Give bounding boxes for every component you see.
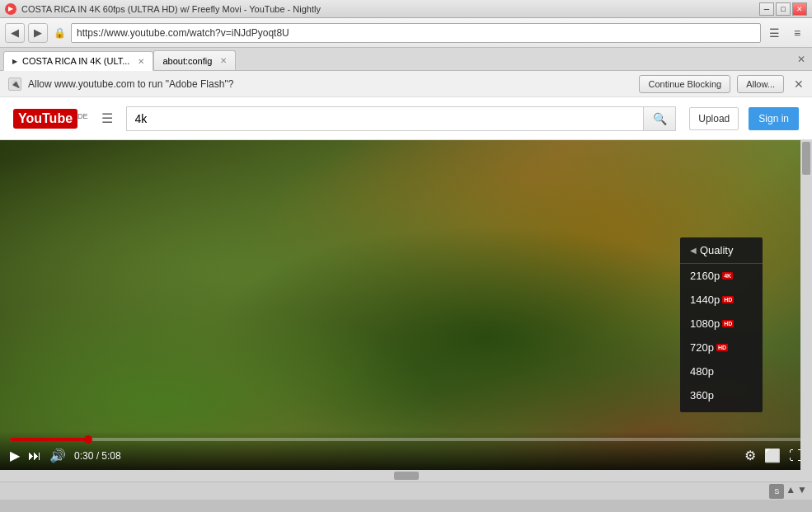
video-controls-bar: ▶ ⏭ 🔊 0:30 / 5:08 ⚙ ⬜ ⛶ bbox=[0, 431, 812, 470]
nav-bar: ◀ ▶ 🔒 ☰ ≡ bbox=[0, 18, 812, 48]
tab-playing-icon: ▶ bbox=[12, 58, 17, 65]
settings-button[interactable]: ⚙ bbox=[744, 448, 756, 463]
address-bar[interactable] bbox=[71, 23, 761, 43]
quality-1080p-label: 1080p bbox=[690, 317, 720, 330]
continue-blocking-button[interactable]: Continue Blocking bbox=[639, 75, 730, 93]
quality-720p-hd-badge: HD bbox=[716, 344, 728, 351]
scroll-track bbox=[12, 472, 800, 480]
youtube-header-right: Upload Sign in bbox=[689, 107, 799, 130]
quality-360p[interactable]: 360p bbox=[680, 383, 763, 407]
quality-menu: ◀ Quality 2160p 4K 1440p HD 1080p HD 720… bbox=[680, 237, 763, 412]
flash-notification-bar: 🔌 Allow www.youtube.com to run "Adobe Fl… bbox=[0, 71, 812, 97]
close-all-tabs-button[interactable]: ✕ bbox=[794, 54, 809, 65]
play-button[interactable]: ▶ bbox=[10, 448, 20, 463]
tabs-bar: ▶ COSTA RICA IN 4K (ULT... ✕ about:confi… bbox=[0, 48, 812, 71]
scrollbar-thumb[interactable] bbox=[802, 142, 810, 175]
quality-options-list[interactable]: 2160p 4K 1440p HD 1080p HD 720p HD 480p bbox=[680, 264, 763, 412]
tab-about-config-label: about:config bbox=[162, 56, 212, 66]
window-title: COSTA RICA IN 4K 60fps (ULTRA HD) w/ Fre… bbox=[21, 4, 321, 14]
tab-about-config-close[interactable]: ✕ bbox=[220, 56, 227, 65]
title-bar: ▶ COSTA RICA IN 4K 60fps (ULTRA HD) w/ F… bbox=[0, 0, 812, 18]
reader-view-button[interactable]: ☰ bbox=[764, 23, 784, 43]
youtube-search-input[interactable] bbox=[126, 106, 644, 131]
horizontal-scroll-thumb[interactable] bbox=[394, 472, 419, 480]
youtube-search-container: 🔍 bbox=[126, 106, 677, 131]
youtube-menu-icon[interactable]: ☰ bbox=[101, 110, 113, 126]
main-content: ◀ Quality 2160p 4K 1440p HD 1080p HD 720… bbox=[0, 140, 812, 481]
maximize-button[interactable]: □ bbox=[776, 2, 791, 16]
progress-fill bbox=[10, 438, 88, 441]
tab-youtube-label: COSTA RICA IN 4K (ULT... bbox=[22, 56, 129, 66]
scroll-up-button[interactable]: ▲ bbox=[786, 484, 796, 499]
flash-close-button[interactable]: ✕ bbox=[794, 78, 804, 91]
lock-icon: 🔒 bbox=[51, 25, 68, 41]
quality-1080p-hd-badge: HD bbox=[722, 320, 734, 327]
close-button[interactable]: ✕ bbox=[792, 2, 807, 16]
quality-240p[interactable]: 240p bbox=[680, 407, 763, 412]
quality-2160p-label: 2160p bbox=[690, 270, 720, 282]
quality-480p[interactable]: 480p bbox=[680, 359, 763, 383]
tab-about-config[interactable]: about:config ✕ bbox=[153, 50, 236, 70]
time-display: 0:30 / 5:08 bbox=[74, 450, 121, 462]
quality-1440p-label: 1440p bbox=[690, 294, 720, 306]
youtube-logo-you: YouTube bbox=[13, 109, 77, 129]
quality-480p-label: 480p bbox=[690, 365, 714, 378]
quality-1080p[interactable]: 1080p HD bbox=[680, 312, 763, 336]
quality-4k-badge: 4K bbox=[722, 272, 733, 279]
right-scrollbar[interactable] bbox=[800, 140, 812, 470]
quality-1440p[interactable]: 1440p HD bbox=[680, 288, 763, 312]
bottom-scrollbar[interactable] bbox=[0, 470, 812, 481]
youtube-search-button[interactable]: 🔍 bbox=[643, 106, 676, 131]
browser-menu-button[interactable]: ≡ bbox=[787, 23, 807, 43]
theater-button[interactable]: ⬜ bbox=[764, 448, 781, 463]
flash-plugin-icon: 🔌 bbox=[8, 78, 21, 91]
youtube-upload-button[interactable]: Upload bbox=[689, 107, 739, 130]
quality-720p-label: 720p bbox=[690, 341, 714, 354]
quality-720p[interactable]: 720p HD bbox=[680, 336, 763, 359]
quality-360p-label: 360p bbox=[690, 389, 714, 402]
progress-bar[interactable] bbox=[10, 438, 802, 441]
quality-2160p[interactable]: 2160p 4K bbox=[680, 264, 763, 288]
skip-button[interactable]: ⏭ bbox=[28, 449, 41, 463]
title-bar-left: ▶ COSTA RICA IN 4K 60fps (ULTRA HD) w/ F… bbox=[5, 3, 321, 15]
volume-button[interactable]: 🔊 bbox=[49, 448, 66, 463]
flash-message: Allow www.youtube.com to run "Adobe Flas… bbox=[28, 78, 632, 90]
status-shield-icon[interactable]: S bbox=[769, 484, 784, 499]
youtube-logo: YouTube DE bbox=[13, 109, 88, 129]
quality-menu-header: ◀ Quality bbox=[680, 237, 763, 264]
forward-button[interactable]: ▶ bbox=[28, 23, 48, 43]
minimize-button[interactable]: ─ bbox=[759, 2, 774, 16]
quality-menu-title: Quality bbox=[700, 244, 733, 256]
back-button[interactable]: ◀ bbox=[5, 23, 25, 43]
quality-back-icon: ◀ bbox=[690, 246, 697, 255]
youtube-header: YouTube DE ☰ 🔍 Upload Sign in bbox=[0, 97, 812, 140]
tab-youtube[interactable]: ▶ COSTA RICA IN 4K (ULT... ✕ bbox=[3, 51, 153, 71]
video-container[interactable]: ◀ Quality 2160p 4K 1440p HD 1080p HD 720… bbox=[0, 140, 812, 470]
status-bar: S ▲ ▼ bbox=[0, 481, 812, 500]
progress-handle[interactable] bbox=[84, 435, 92, 444]
youtube-locale: DE bbox=[77, 112, 88, 120]
controls-row: ▶ ⏭ 🔊 0:30 / 5:08 ⚙ ⬜ ⛶ bbox=[10, 448, 802, 463]
scroll-down-button[interactable]: ▼ bbox=[797, 484, 807, 499]
browser-icon: ▶ bbox=[5, 3, 16, 15]
youtube-signin-button[interactable]: Sign in bbox=[749, 107, 799, 130]
window-controls: ─ □ ✕ bbox=[759, 2, 807, 16]
quality-1440p-hd-badge: HD bbox=[722, 296, 734, 303]
status-navigation: S ▲ ▼ bbox=[769, 484, 807, 499]
nav-right-icons: ☰ ≡ bbox=[764, 23, 807, 43]
allow-button[interactable]: Allow... bbox=[737, 75, 784, 93]
tab-youtube-close[interactable]: ✕ bbox=[138, 57, 144, 66]
